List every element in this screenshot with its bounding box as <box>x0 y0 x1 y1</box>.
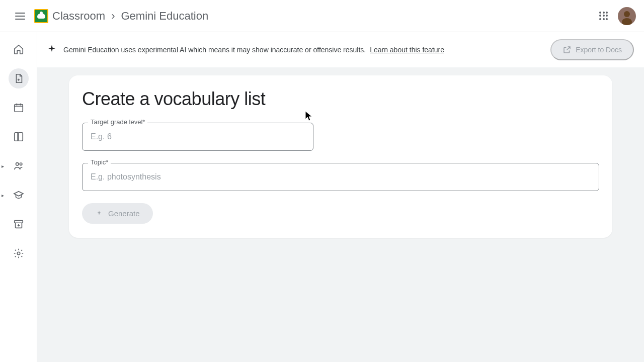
svg-rect-0 <box>14 105 23 112</box>
export-button-label: Export to Docs <box>576 46 622 54</box>
sidebar-nav <box>0 32 37 362</box>
sidebar-archive[interactable] <box>9 214 29 234</box>
chevron-right-icon: › <box>111 10 115 23</box>
breadcrumb-root[interactable]: Classroom <box>52 10 105 23</box>
calendar-icon <box>13 102 24 113</box>
sidebar-people[interactable] <box>9 156 29 176</box>
account-avatar[interactable] <box>618 7 636 25</box>
banner-message: Gemini Education uses experimental AI wh… <box>63 46 444 54</box>
hamburger-icon <box>14 10 26 22</box>
breadcrumb-current: Gemini Education <box>121 10 208 23</box>
gear-icon <box>13 248 24 259</box>
svg-point-2 <box>20 163 22 165</box>
sparkle-icon <box>95 210 103 218</box>
grade-field-wrap: Target grade level* <box>82 123 313 151</box>
generate-button[interactable]: Generate <box>82 203 153 224</box>
content-area: Gemini Education uses experimental AI wh… <box>37 32 644 362</box>
export-to-docs-button[interactable]: Export to Docs <box>550 39 634 60</box>
sidebar-teaching[interactable] <box>9 185 29 205</box>
sidebar-home[interactable] <box>9 39 29 59</box>
people-icon <box>13 160 24 171</box>
learn-more-link[interactable]: Learn about this feature <box>370 46 444 54</box>
grade-field-label: Target grade level* <box>88 118 147 126</box>
home-icon <box>13 44 24 55</box>
banner-text-content: Gemini Education uses experimental AI wh… <box>63 46 366 54</box>
form-card: Create a vocabulary list Target grade le… <box>69 75 612 238</box>
svg-rect-3 <box>14 221 23 223</box>
sidebar-settings[interactable] <box>9 243 29 263</box>
grade-level-input[interactable] <box>82 123 313 151</box>
generate-button-label: Generate <box>108 209 140 218</box>
svg-point-4 <box>17 252 20 255</box>
topic-field-wrap: Topic* <box>82 163 599 191</box>
info-banner: Gemini Education uses experimental AI wh… <box>37 32 644 67</box>
svg-point-1 <box>16 163 19 166</box>
google-apps-button[interactable] <box>594 6 614 26</box>
main-menu-button[interactable] <box>8 4 32 28</box>
apps-grid-icon <box>599 12 608 21</box>
sparkle-icon <box>47 44 56 55</box>
page-title: Create a vocabulary list <box>82 88 599 110</box>
archive-icon <box>13 219 24 230</box>
topic-input[interactable] <box>82 163 599 191</box>
graduation-cap-icon <box>13 190 24 201</box>
breadcrumb: Classroom › Gemini Education <box>52 10 208 23</box>
sidebar-library[interactable] <box>9 127 29 147</box>
app-header: Classroom › Gemini Education <box>0 0 644 32</box>
classroom-logo-icon <box>34 9 48 23</box>
open-external-icon <box>562 45 572 54</box>
document-sparkle-icon <box>13 73 24 84</box>
book-icon <box>13 131 24 142</box>
topic-field-label: Topic* <box>88 158 111 166</box>
sidebar-calendar[interactable] <box>9 98 29 118</box>
sidebar-gemini[interactable] <box>9 68 29 88</box>
